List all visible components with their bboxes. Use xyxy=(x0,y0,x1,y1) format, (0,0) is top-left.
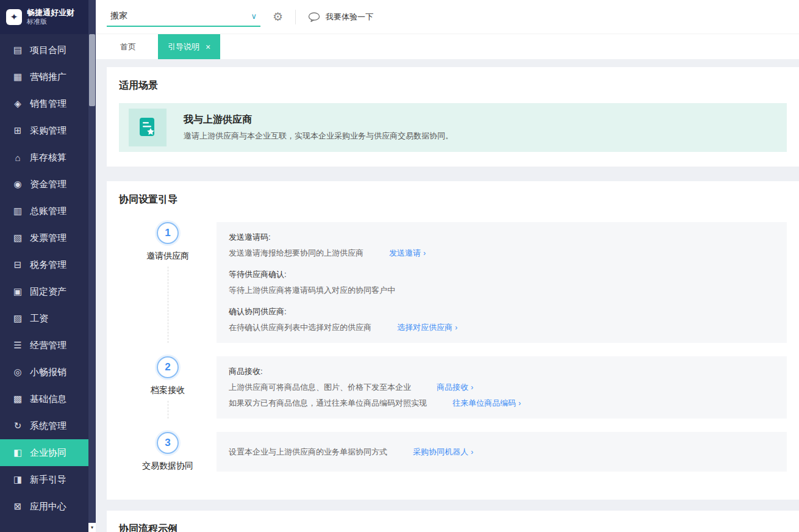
guide-icon: ◨ xyxy=(12,474,23,485)
sidebar-item-label: 小畅报销 xyxy=(30,367,66,378)
goods-receive-link[interactable]: 商品接收 › xyxy=(437,382,473,393)
step-2-marker: 2 档案接收 xyxy=(119,356,217,419)
system-icon: ↻ xyxy=(12,420,23,431)
tax-icon: ⊟ xyxy=(12,259,23,270)
sidebar-item-project-contract[interactable]: ▤ 项目合同 xyxy=(0,37,88,63)
item-heading: 商品接收: xyxy=(229,366,775,377)
goods-code-mapping-link[interactable]: 往来单位商品编码 › xyxy=(453,398,521,409)
step-2-panel: 商品接收: 上游供应商可将商品信息、图片、价格下发至本企业 商品接收 › xyxy=(217,356,787,419)
sidebar-item-label: 应用中心 xyxy=(30,501,66,512)
item-desc: 在待确认供应商列表中选择对应的供应商 xyxy=(229,322,371,333)
step-1-panel: 发送邀请码: 发送邀请海报给想要协同的上游供应商 发送邀请 › xyxy=(217,222,787,343)
send-invite-link[interactable]: 发送邀请 › xyxy=(389,248,426,259)
content-area: 适用场景 我与上游供应商 邀请上游供应商与本企业互联，实现本企业采购业务与供应商… xyxy=(96,59,799,532)
main-column: ∨ ⚙ 我要体验一下 首页 引导说明 × xyxy=(96,0,799,532)
select-supplier-link[interactable]: 选择对应供应商 › xyxy=(397,322,457,333)
ledger-icon: ▥ xyxy=(12,206,23,217)
close-icon[interactable]: × xyxy=(206,43,210,51)
step-1-badge: 1 xyxy=(157,222,179,244)
sidebar-item-marketing[interactable]: ▦ 营销推广 xyxy=(0,63,88,90)
step-3-panel: 设置本企业与上游供应商的业务单据协同方式 采购协同机器人 › xyxy=(217,432,787,472)
invoice-icon: ▧ xyxy=(12,232,23,243)
sidebar-item-general-ledger[interactable]: ▥ 总账管理 xyxy=(0,198,88,225)
scrollbar-thumb[interactable] xyxy=(89,34,95,106)
sidebar-item-payroll[interactable]: ▨ 工资 xyxy=(0,305,88,332)
step-1-label: 邀请供应商 xyxy=(146,251,189,262)
step-3-badge: 3 xyxy=(157,432,179,454)
item-desc: 上游供应商可将商品信息、图片、价格下发至本企业 xyxy=(229,382,411,393)
invite-code-item: 发送邀请码: 发送邀请海报给想要协同的上游供应商 发送邀请 › xyxy=(229,232,775,259)
operations-icon: ☰ xyxy=(12,340,23,351)
sidebar-item-label: 固定资产 xyxy=(30,286,66,298)
app-center-icon: ⊠ xyxy=(12,501,23,512)
confirm-supplier-item: 确认协同供应商: 在待确认供应商列表中选择对应的供应商 选择对应供应商 › xyxy=(229,306,775,333)
tab-label: 首页 xyxy=(120,41,136,52)
supplier-doc-icon xyxy=(129,109,167,146)
sidebar-item-label: 经营管理 xyxy=(30,340,66,351)
app-window: ✦ 畅捷通好业财 标准版 ▤ 项目合同 ▦ 营销推广 ◈ 销售管理 ⊞ 采购管理 xyxy=(0,0,799,532)
sidebar-item-inventory[interactable]: ⌂ 库存核算 xyxy=(0,144,88,171)
sidebar-item-tax[interactable]: ⊟ 税务管理 xyxy=(0,251,88,278)
divider xyxy=(295,10,296,24)
search-input[interactable] xyxy=(109,10,234,21)
sidebar-item-fixed-assets[interactable]: ▣ 固定资产 xyxy=(0,278,88,305)
coin-icon: ◉ xyxy=(12,179,23,190)
scenario-card: 我与上游供应商 邀请上游供应商与本企业互联，实现本企业采购业务与供应商交易数据协… xyxy=(119,103,787,152)
item-heading: 发送邀请码: xyxy=(229,232,775,243)
link-label: 选择对应供应商 xyxy=(397,322,453,333)
sidebar-item-basic-info[interactable]: ▩ 基础信息 xyxy=(0,386,88,412)
item-heading: 确认协同供应商: xyxy=(229,306,775,317)
experience-label: 我要体验一下 xyxy=(326,12,373,23)
sidebar-item-beginner-guide[interactable]: ◨ 新手引导 xyxy=(0,466,88,493)
search-select[interactable]: ∨ xyxy=(107,7,260,27)
purchase-robot-link[interactable]: 采购协同机器人 › xyxy=(413,447,473,458)
item-desc: 发送邀请海报给想要协同的上游供应商 xyxy=(229,248,364,259)
sidebar-item-label: 企业协同 xyxy=(30,447,66,459)
sidebar-item-label: 营销推广 xyxy=(30,71,66,83)
link-label: 发送邀请 xyxy=(389,248,421,259)
sidebar-item-label: 库存核算 xyxy=(30,152,66,164)
sidebar: ✦ 畅捷通好业财 标准版 ▤ 项目合同 ▦ 营销推广 ◈ 销售管理 ⊞ 采购管理 xyxy=(0,0,96,532)
sidebar-item-enterprise-collab[interactable]: ◧ 企业协同 xyxy=(0,439,88,466)
reimbursement-icon: ◎ xyxy=(12,367,23,378)
tab-guide[interactable]: 引导说明 × xyxy=(158,34,220,59)
sidebar-item-operations[interactable]: ☰ 经营管理 xyxy=(0,332,88,359)
sidebar-item-reimbursement[interactable]: ◎ 小畅报销 xyxy=(0,359,88,386)
warehouse-icon: ⌂ xyxy=(12,153,23,163)
sidebar-item-app-center[interactable]: ⊠ 应用中心 xyxy=(0,493,88,520)
arrow-right-icon: › xyxy=(471,448,473,456)
settings-gear-icon[interactable]: ⚙ xyxy=(273,10,283,24)
scrollbar-down-button[interactable]: ▾ xyxy=(88,523,96,532)
collab-icon: ◧ xyxy=(12,447,23,458)
caret-down-icon: ▾ xyxy=(91,525,93,530)
step-connector xyxy=(168,401,168,419)
sidebar-scrollbar[interactable]: ▾ xyxy=(88,0,96,532)
sidebar-item-procurement[interactable]: ⊞ 采购管理 xyxy=(0,117,88,144)
contract-icon: ▤ xyxy=(12,45,23,56)
scenario-card-title: 我与上游供应商 xyxy=(184,113,453,126)
sidebar-menu: ▤ 项目合同 ▦ 营销推广 ◈ 销售管理 ⊞ 采购管理 ⌂ 库存核算 ◉ 资金管… xyxy=(0,34,88,520)
sidebar-item-label: 新手引导 xyxy=(30,474,66,486)
link-label: 商品接收 xyxy=(437,382,468,393)
step-2-badge: 2 xyxy=(157,356,179,378)
tab-bar: 首页 引导说明 × xyxy=(96,34,799,59)
app-edition: 标准版 xyxy=(27,18,74,26)
link-label: 采购协同机器人 xyxy=(413,447,468,458)
sidebar-item-label: 总账管理 xyxy=(30,206,66,217)
app-logo: ✦ 畅捷通好业财 标准版 xyxy=(0,0,96,34)
item-heading: 等待供应商确认: xyxy=(229,269,775,280)
link-label: 往来单位商品编码 xyxy=(453,398,516,409)
sidebar-item-funds[interactable]: ◉ 资金管理 xyxy=(0,171,88,198)
step-1-row: 1 邀请供应商 发送邀请码: 发送邀请海报给想要协同的上游供应商 发送邀请 xyxy=(119,222,787,343)
speech-bubble-icon xyxy=(308,12,320,22)
step-3-marker: 3 交易数据协同 xyxy=(119,432,217,472)
guide-title: 协同设置引导 xyxy=(119,193,787,206)
arrow-right-icon: › xyxy=(518,399,521,408)
tab-home[interactable]: 首页 xyxy=(107,34,149,59)
sidebar-item-system[interactable]: ↻ 系统管理 xyxy=(0,412,88,439)
sidebar-item-sales[interactable]: ◈ 销售管理 xyxy=(0,90,88,117)
experience-button[interactable]: 我要体验一下 xyxy=(308,12,373,23)
section-flow: 协同流程示例 xyxy=(107,511,799,532)
arrow-right-icon: › xyxy=(471,383,473,392)
sidebar-item-invoice[interactable]: ▧ 发票管理 xyxy=(0,225,88,251)
